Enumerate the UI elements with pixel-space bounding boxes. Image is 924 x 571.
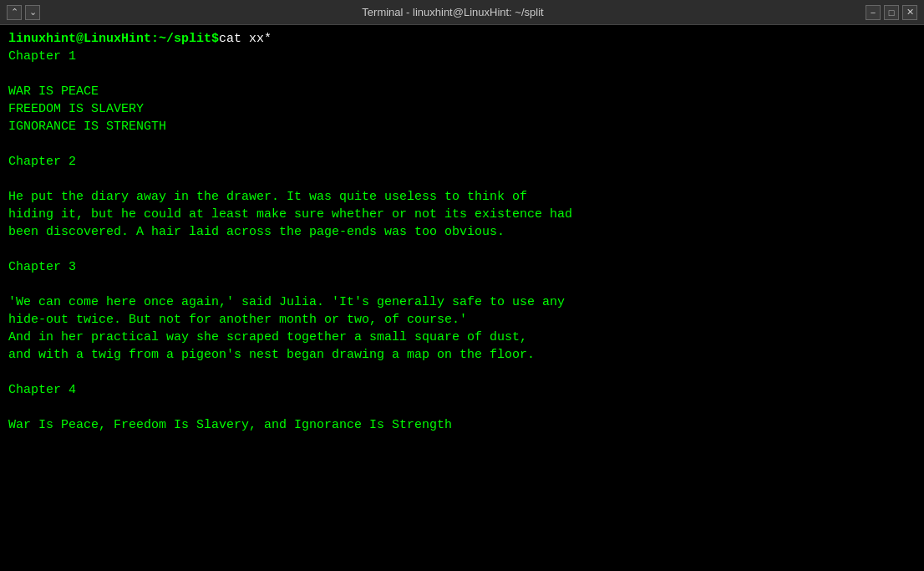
blank-line xyxy=(8,399,916,416)
terminal-line: been discovered. A hair laid across the … xyxy=(8,223,916,241)
terminal-line: 'We can come here once again,' said Juli… xyxy=(8,293,916,311)
scroll-up-button[interactable]: ⌃ xyxy=(7,5,22,20)
terminal-body[interactable]: linuxhint@LinuxHint:~/split$ cat xx* Cha… xyxy=(0,25,924,571)
close-button[interactable]: ✕ xyxy=(902,5,917,20)
terminal-line: and with a twig from a pigeon's nest beg… xyxy=(8,346,916,364)
window-action-buttons[interactable]: − □ ✕ xyxy=(866,5,917,20)
terminal-line: IGNORANCE IS STRENGTH xyxy=(8,118,916,135)
terminal-line: He put the diary away in the drawer. It … xyxy=(8,188,916,206)
terminal-line: Chapter 3 xyxy=(8,258,916,276)
blank-line xyxy=(8,135,916,153)
window-controls[interactable]: ⌃ ⌄ xyxy=(7,5,40,20)
terminal-line: hiding it, but he could at least make su… xyxy=(8,206,916,223)
scroll-down-button[interactable]: ⌄ xyxy=(25,5,40,20)
terminal-line: Chapter 4 xyxy=(8,381,916,399)
prompt-line: linuxhint@LinuxHint:~/split$ cat xx* xyxy=(8,30,916,48)
prompt-symbol: $ xyxy=(211,30,219,48)
terminal-line: Chapter 1 xyxy=(8,48,916,65)
blank-line xyxy=(8,241,916,258)
terminal-line: FREEDOM IS SLAVERY xyxy=(8,100,916,118)
terminal-line: And in her practical way she scraped tog… xyxy=(8,329,916,346)
terminal-line: hide-out twice. But not for another mont… xyxy=(8,311,916,329)
terminal-line: WAR IS PEACE xyxy=(8,83,916,100)
terminal-output: Chapter 1 WAR IS PEACE FREEDOM IS SLAVER… xyxy=(8,48,916,434)
blank-line xyxy=(8,65,916,83)
blank-line xyxy=(8,276,916,293)
blank-line xyxy=(8,364,916,381)
terminal-line: War Is Peace, Freedom Is Slavery, and Ig… xyxy=(8,416,916,434)
blank-line xyxy=(8,171,916,188)
prompt-user: linuxhint@LinuxHint:~/split xyxy=(8,30,211,48)
title-bar: ⌃ ⌄ Terminal - linuxhint@LinuxHint: ~/sp… xyxy=(0,0,924,25)
terminal-line: Chapter 2 xyxy=(8,153,916,171)
prompt-command: cat xx* xyxy=(219,30,272,48)
minimize-button[interactable]: − xyxy=(866,5,881,20)
window-title: Terminal - linuxhint@LinuxHint: ~/split xyxy=(40,6,866,18)
maximize-button[interactable]: □ xyxy=(884,5,899,20)
